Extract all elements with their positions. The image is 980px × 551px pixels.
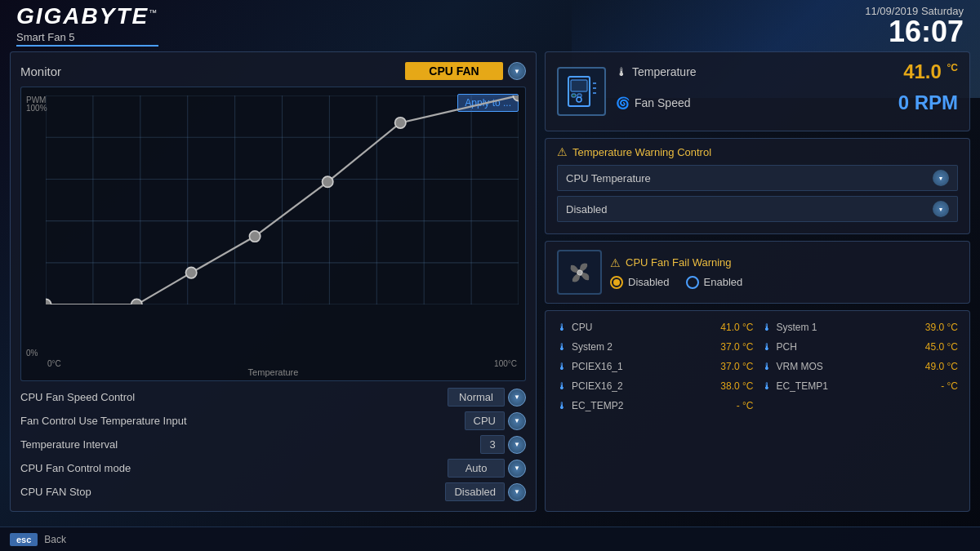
setting-value-4: Disabled xyxy=(445,482,526,501)
setting-label-0: CPU Fan Speed Control xyxy=(20,391,135,403)
svg-point-17 xyxy=(46,299,51,304)
fan-stop-btn[interactable] xyxy=(508,483,526,501)
temp-input-value[interactable]: CPU xyxy=(465,411,505,430)
temp-item-ectemp1: 🌡 EC_TEMP1 - °C xyxy=(762,378,959,394)
settings-section: CPU Fan Speed Control Normal Fan Control… xyxy=(20,388,526,501)
temp-fan-card: 🌡 Temperature 41.0 °C 🌀 Fan Speed 0 RPM xyxy=(545,51,970,131)
pch-temp-name: PCH xyxy=(777,341,838,353)
warning-title: ⚠ Temperature Warning Control xyxy=(557,145,958,158)
vrmmos-temp-value: 49.0 °C xyxy=(913,361,958,372)
fan-curve-chart xyxy=(46,96,519,304)
system2-temp-icon: 🌡 xyxy=(557,341,567,353)
datetime: 11/09/2019 Saturday 16:07 xyxy=(865,5,964,47)
logo-text: GIGABYTE™ xyxy=(16,5,158,28)
radio-enabled-dot xyxy=(686,276,699,289)
fan-stop-value[interactable]: Disabled xyxy=(445,482,505,501)
radio-disabled[interactable]: Disabled xyxy=(610,276,670,289)
fan-fail-radio-group: Disabled Enabled xyxy=(610,276,958,289)
fan-control-mode-btn[interactable] xyxy=(508,460,526,478)
radio-disabled-label: Disabled xyxy=(628,276,670,288)
temp-source-value: CPU Temperature xyxy=(566,172,651,184)
temp-item-ectemp2: 🌡 EC_TEMP2 - °C xyxy=(557,398,754,414)
temp-interval-btn[interactable] xyxy=(508,436,526,454)
svg-point-23 xyxy=(513,96,519,101)
fan-speed-control-value[interactable]: Normal xyxy=(448,388,505,407)
fan-control-mode-value[interactable]: Auto xyxy=(448,459,505,478)
setting-value-2: 3 xyxy=(480,435,526,454)
radio-enabled-label: Enabled xyxy=(704,276,743,288)
setting-label-3: CPU Fan Control mode xyxy=(20,462,131,474)
pciex161-temp-name: PCIEX16_1 xyxy=(572,361,633,372)
pch-temp-icon: 🌡 xyxy=(762,341,772,353)
svg-point-19 xyxy=(185,267,196,278)
fan-fail-card: ⚠ CPU Fan Fail Warning Disabled Enabled xyxy=(545,241,970,304)
chart-container: PWM 100% 0% Apply to ... xyxy=(20,87,526,381)
temp-interval-value[interactable]: 3 xyxy=(480,435,505,454)
thermometer-icon: 🌡 xyxy=(616,65,627,78)
left-panel: Monitor CPU FAN PWM 100% 0% Apply to ... xyxy=(10,51,537,512)
ectemp2-temp-name: EC_TEMP2 xyxy=(572,400,633,411)
temp-input-btn[interactable] xyxy=(508,412,526,430)
vrmmos-temp-name: VRM MOS xyxy=(777,361,838,372)
svg-rect-25 xyxy=(571,80,587,91)
pciex161-temp-value: 37.0 °C xyxy=(709,361,754,372)
esc-badge[interactable]: esc xyxy=(10,533,38,546)
x-start-label: 0°C xyxy=(47,359,61,368)
temp-source-dropdown[interactable]: CPU Temperature xyxy=(557,165,958,191)
setting-value-0: Normal xyxy=(448,388,526,407)
svg-point-20 xyxy=(249,231,260,242)
fan-select-box[interactable]: CPU FAN xyxy=(405,62,503,80)
fan-fail-warning-icon: ⚠ xyxy=(610,256,621,269)
system2-temp-value: 37.0 °C xyxy=(709,341,754,353)
pciex162-temp-value: 38.0 °C xyxy=(709,380,754,392)
setting-label-2: Temperature Interval xyxy=(20,438,118,451)
temp-item-system2: 🌡 System 2 37.0 °C xyxy=(557,339,754,355)
setting-row-2: Temperature Interval 3 xyxy=(20,435,526,454)
temp-source-dropdown-icon[interactable] xyxy=(933,170,949,186)
header: GIGABYTE™ Smart Fan 5 11/09/2019 Saturda… xyxy=(0,0,980,45)
svg-point-33 xyxy=(577,270,582,275)
setting-row-1: Fan Control Use Temperature Input CPU xyxy=(20,411,526,430)
temperature-value: 41.0 °C xyxy=(903,60,958,83)
setting-row-3: CPU Fan Control mode Auto xyxy=(20,459,526,478)
pciex161-temp-icon: 🌡 xyxy=(557,361,567,372)
fan-fail-title: ⚠ CPU Fan Fail Warning xyxy=(610,256,958,269)
warning-status-dropdown-icon[interactable] xyxy=(933,201,949,217)
fan-fail-content: ⚠ CPU Fan Fail Warning Disabled Enabled xyxy=(610,256,958,289)
pc-svg xyxy=(565,75,598,108)
fan-select-button[interactable] xyxy=(508,62,526,80)
x-axis-label: Temperature xyxy=(248,367,299,377)
cpu-temp-value: 41.0 °C xyxy=(709,322,754,333)
temps-grid: 🌡 CPU 41.0 °C 🌡 System 1 39.0 °C 🌡 Syste… xyxy=(557,319,958,414)
x-end-label: 100°C xyxy=(494,359,517,368)
monitor-title: Monitor xyxy=(20,64,61,78)
ectemp1-temp-value: - °C xyxy=(913,380,958,392)
cpu-temp-name: CPU xyxy=(572,322,633,333)
svg-rect-27 xyxy=(572,94,576,97)
footer: esc Back xyxy=(0,527,980,551)
warning-status-value: Disabled xyxy=(566,203,608,216)
pch-temp-value: 45.0 °C xyxy=(913,341,958,353)
ectemp1-temp-name: EC_TEMP1 xyxy=(777,380,838,392)
setting-row-0: CPU Fan Speed Control Normal xyxy=(20,388,526,407)
ectemp2-temp-value: - °C xyxy=(709,400,754,411)
system1-temp-icon: 🌡 xyxy=(762,322,772,333)
ectemp2-temp-icon: 🌡 xyxy=(557,400,567,411)
pciex162-temp-icon: 🌡 xyxy=(557,380,567,392)
radio-disabled-dot xyxy=(610,276,623,289)
setting-label-1: Fan Control Use Temperature Input xyxy=(20,415,187,427)
fan-speed-control-btn[interactable] xyxy=(508,389,526,407)
warning-status-dropdown[interactable]: Disabled xyxy=(557,196,958,222)
chart-100-label: 100% xyxy=(26,104,47,113)
radio-enabled[interactable]: Enabled xyxy=(686,276,743,289)
monitor-header: Monitor CPU FAN xyxy=(20,62,526,80)
temp-item-pch: 🌡 PCH 45.0 °C xyxy=(762,339,959,355)
vrmmos-temp-icon: 🌡 xyxy=(762,361,772,372)
svg-point-22 xyxy=(395,118,406,128)
setting-value-3: Auto xyxy=(448,459,526,478)
fan-fail-icon xyxy=(557,250,602,295)
main-content: Monitor CPU FAN PWM 100% 0% Apply to ... xyxy=(0,45,980,518)
pciex162-temp-name: PCIEX16_2 xyxy=(572,380,633,392)
fan-svg xyxy=(564,257,595,288)
pc-icon xyxy=(557,67,606,116)
